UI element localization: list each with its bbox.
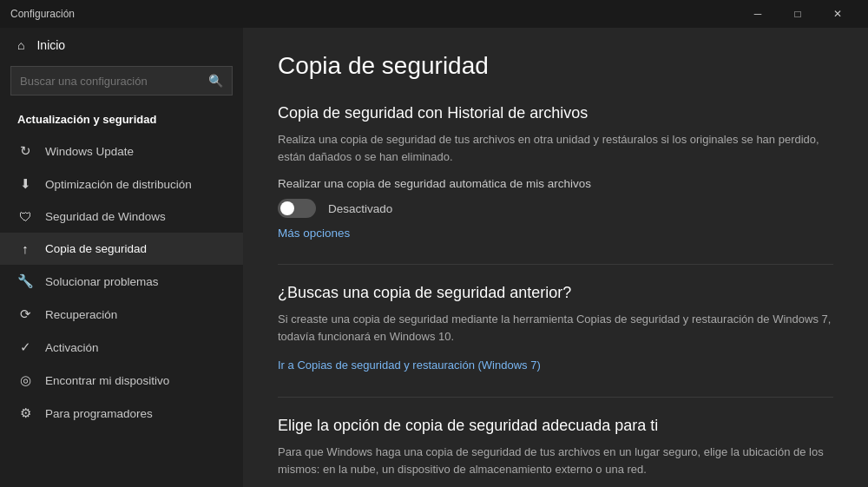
section-divider-2 [278, 397, 833, 398]
minimize-button[interactable]: ─ [738, 0, 778, 28]
window-controls: ─ □ ✕ [738, 0, 858, 28]
titlebar: Configuración ─ □ ✕ [0, 0, 868, 28]
choose-backup-title: Elige la opción de copia de seguridad ad… [278, 417, 833, 435]
home-icon: ⌂ [17, 38, 24, 52]
sidebar-item-windows-update[interactable]: ↻ Windows Update [0, 135, 243, 168]
backup-icon: ↑ [17, 241, 33, 256]
backup-toggle-row: Desactivado [278, 199, 833, 218]
search-input[interactable] [20, 75, 201, 88]
app-title: Configuración [10, 8, 75, 20]
sidebar-item-recovery[interactable]: ⟳ Recuperación [0, 298, 243, 331]
developers-icon: ⚙ [17, 405, 33, 421]
recovery-icon: ⟳ [17, 306, 33, 322]
sidebar-item-activation[interactable]: ✓ Activación [0, 331, 243, 364]
choose-backup-desc: Para que Windows haga una copia de segur… [278, 444, 833, 477]
app-container: ⌂ Inicio 🔍 Actualización y seguridad ↻ W… [0, 28, 868, 487]
sidebar-item-label: Seguridad de Windows [45, 210, 166, 223]
sidebar-item-label: Optimización de distribución [45, 178, 192, 191]
search-icon: 🔍 [208, 74, 223, 88]
page-title: Copia de seguridad [278, 52, 833, 80]
sidebar-item-label: Encontrar mi dispositivo [45, 374, 169, 387]
sidebar: ⌂ Inicio 🔍 Actualización y seguridad ↻ W… [0, 28, 243, 487]
sidebar-item-home[interactable]: ⌂ Inicio [0, 28, 243, 63]
file-history-section: Copia de seguridad con Historial de arch… [278, 104, 833, 240]
choose-backup-section: Elige la opción de copia de seguridad ad… [278, 417, 833, 477]
sidebar-item-delivery-optimization[interactable]: ⬇ Optimización de distribución [0, 168, 243, 201]
older-backup-title: ¿Buscas una copia de seguridad anterior? [278, 284, 833, 302]
delivery-icon: ⬇ [17, 176, 33, 192]
sidebar-item-backup[interactable]: ↑ Copia de seguridad [0, 233, 243, 265]
file-history-desc: Realiza una copia de seguridad de tus ar… [278, 131, 833, 165]
home-label: Inicio [36, 38, 65, 52]
main-content: Copia de seguridad Copia de seguridad co… [243, 28, 868, 487]
maximize-button[interactable]: □ [778, 0, 818, 28]
sidebar-item-find-device[interactable]: ◎ Encontrar mi dispositivo [0, 364, 243, 397]
more-options-link[interactable]: Más opciones [278, 227, 833, 240]
sidebar-item-label: Windows Update [45, 145, 134, 158]
file-history-title: Copia de seguridad con Historial de arch… [278, 104, 833, 122]
sidebar-item-label: Para programadores [45, 407, 153, 420]
sidebar-item-developers[interactable]: ⚙ Para programadores [0, 397, 243, 430]
older-backup-section: ¿Buscas una copia de seguridad anterior?… [278, 284, 833, 372]
sidebar-item-label: Recuperación [45, 308, 117, 321]
sidebar-item-troubleshoot[interactable]: 🔧 Solucionar problemas [0, 265, 243, 298]
windows-update-icon: ↻ [17, 143, 33, 159]
sidebar-item-label: Solucionar problemas [45, 275, 159, 288]
close-button[interactable]: ✕ [818, 0, 858, 28]
go-to-backup-link[interactable]: Ir a Copias de seguridad y restauración … [278, 359, 541, 372]
search-box[interactable]: 🔍 [10, 66, 233, 95]
backup-toggle[interactable] [278, 199, 316, 218]
auto-backup-label: Realizar una copia de seguridad automáti… [278, 177, 833, 190]
sidebar-item-label: Copia de seguridad [45, 242, 147, 255]
older-backup-desc: Si creaste una copia de seguridad median… [278, 311, 833, 345]
find-device-icon: ◎ [17, 372, 33, 388]
sidebar-item-label: Activación [45, 341, 99, 354]
toggle-state-label: Desactivado [328, 202, 392, 215]
activation-icon: ✓ [17, 339, 33, 355]
troubleshoot-icon: 🔧 [17, 273, 33, 289]
sidebar-item-windows-security[interactable]: 🛡 Seguridad de Windows [0, 201, 243, 233]
sidebar-section-title: Actualización y seguridad [0, 106, 243, 135]
section-divider [278, 264, 833, 265]
security-icon: 🛡 [17, 209, 33, 224]
